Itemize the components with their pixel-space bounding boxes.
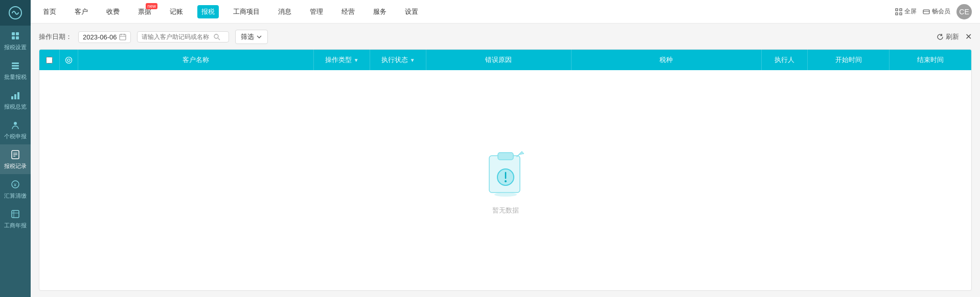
- refresh-icon: [937, 33, 944, 40]
- svg-line-32: [218, 38, 220, 40]
- search-input[interactable]: [142, 33, 213, 40]
- svg-rect-3: [12, 36, 15, 39]
- calendar-icon: [119, 33, 126, 40]
- svg-point-39: [505, 180, 507, 182]
- sidebar-item-label: 批量报税: [4, 73, 27, 81]
- th-start-time: 开始时间: [808, 50, 890, 70]
- batch-tax-icon: [9, 59, 21, 72]
- fullscreen-icon: [895, 8, 902, 15]
- topnav-settings[interactable]: 设置: [401, 5, 422, 18]
- page-body: 操作日期： 2023-06-06 筛选: [31, 24, 980, 297]
- member-button[interactable]: 畅会员: [923, 7, 950, 16]
- filter-button[interactable]: 筛选: [235, 30, 268, 44]
- topnav: 首页 客户 收费 票据 new 记账 报税 工商项目 消息 管理 经营 服务 设…: [31, 0, 980, 24]
- svg-rect-23: [896, 13, 898, 15]
- refresh-label: 刷新: [946, 32, 959, 41]
- th-executor: 执行人: [762, 50, 808, 70]
- svg-rect-7: [12, 68, 19, 69]
- sidebar-item-label: 工商年报: [4, 222, 27, 229]
- sort-op-type-icon: ▼: [354, 57, 359, 63]
- svg-rect-6: [12, 65, 19, 67]
- sidebar-item-label: 汇算清缴: [4, 192, 27, 200]
- topnav-billing[interactable]: 收费: [102, 5, 124, 18]
- th-checkbox[interactable]: [39, 50, 60, 70]
- topnav-services[interactable]: 服务: [369, 5, 391, 18]
- svg-rect-2: [16, 32, 19, 35]
- date-label: 操作日期：: [39, 32, 72, 41]
- topnav-bookkeeping[interactable]: 记账: [166, 5, 187, 18]
- topnav-invoices[interactable]: 票据 new: [134, 5, 155, 18]
- sidebar: 报税设置 批量报税 报税总览 个税申报: [0, 0, 31, 297]
- sidebar-item-tax-settings[interactable]: 报税设置: [0, 26, 31, 55]
- topnav-messages[interactable]: 消息: [274, 5, 295, 18]
- th-op-type[interactable]: 操作类型 ▼: [314, 50, 370, 70]
- empty-state: 暂无数据: [39, 70, 971, 290]
- sort-exec-status-icon: ▼: [410, 57, 415, 63]
- svg-marker-41: [519, 152, 524, 155]
- th-exec-status[interactable]: 执行状态 ▼: [370, 50, 426, 70]
- svg-rect-25: [923, 10, 929, 14]
- table-container: 客户名称 操作类型 ▼ 执行状态 ▼ 错误原因 税种 执行人: [39, 49, 972, 291]
- empty-text: 暂无数据: [492, 206, 519, 215]
- search-icon: [213, 33, 220, 40]
- sidebar-item-tax-records[interactable]: 报税记录: [0, 144, 31, 174]
- close-button[interactable]: ✕: [965, 33, 972, 41]
- th-settings[interactable]: [60, 50, 78, 70]
- tax-settings-icon: [9, 30, 21, 42]
- svg-point-33: [67, 59, 70, 61]
- svg-point-42: [494, 193, 517, 197]
- svg-rect-27: [120, 34, 126, 40]
- sidebar-item-label: 个税申报: [4, 133, 27, 140]
- sidebar-item-label: 报税记录: [4, 162, 27, 170]
- th-end-time: 结束时间: [890, 50, 971, 70]
- sidebar-item-personal-tax[interactable]: 个税申报: [0, 115, 31, 144]
- svg-rect-24: [900, 13, 902, 15]
- refresh-button[interactable]: 刷新: [937, 32, 959, 41]
- sidebar-item-batch-tax[interactable]: 批量报税: [0, 55, 31, 85]
- th-tax-type: 税种: [572, 50, 762, 70]
- th-customer: 客户名称: [78, 50, 314, 70]
- topnav-right: 全屏 畅会员 CE: [895, 4, 972, 19]
- svg-rect-36: [498, 153, 513, 160]
- fullscreen-button[interactable]: 全屏: [895, 7, 917, 16]
- sidebar-item-settlement[interactable]: ¥ 汇算清缴: [0, 174, 31, 204]
- personal-tax-icon: [9, 119, 21, 131]
- svg-point-31: [214, 34, 218, 38]
- fullscreen-label: 全屏: [904, 7, 917, 16]
- svg-rect-18: [12, 210, 19, 218]
- tax-records-icon: [9, 148, 21, 161]
- svg-rect-8: [11, 96, 13, 99]
- topnav-customers[interactable]: 客户: [71, 5, 92, 18]
- topnav-items: 首页 客户 收费 票据 new 记账 报税 工商项目 消息 管理 经营 服务 设…: [39, 5, 895, 18]
- member-label: 畅会员: [932, 7, 950, 16]
- annual-report-icon: [9, 208, 21, 220]
- sidebar-item-label: 报税总览: [4, 103, 27, 111]
- svg-rect-5: [12, 62, 19, 64]
- chevron-down-icon: [256, 34, 262, 40]
- topnav-tax[interactable]: 报税: [197, 5, 219, 18]
- svg-rect-21: [896, 9, 898, 11]
- search-box[interactable]: [137, 31, 229, 43]
- sidebar-item-annual-report[interactable]: 工商年报: [0, 204, 31, 234]
- svg-rect-4: [16, 36, 19, 39]
- topnav-home[interactable]: 首页: [39, 5, 60, 18]
- sidebar-item-label: 报税设置: [4, 44, 27, 51]
- svg-rect-22: [900, 9, 902, 11]
- svg-rect-1: [12, 32, 15, 35]
- svg-point-11: [14, 122, 17, 125]
- new-badge: new: [146, 3, 157, 10]
- sidebar-logo[interactable]: [0, 0, 31, 26]
- topnav-operations[interactable]: 经营: [337, 5, 359, 18]
- select-all-checkbox[interactable]: [46, 57, 53, 63]
- sidebar-item-tax-summary[interactable]: 报税总览: [0, 85, 31, 115]
- topnav-management[interactable]: 管理: [306, 5, 327, 18]
- date-value: 2023-06-06: [83, 33, 117, 41]
- avatar[interactable]: CE: [956, 4, 972, 19]
- topnav-business[interactable]: 工商项目: [229, 5, 264, 18]
- date-picker[interactable]: 2023-06-06: [78, 31, 131, 43]
- svg-text:¥: ¥: [13, 182, 17, 187]
- svg-point-34: [66, 57, 72, 63]
- main-content: 首页 客户 收费 票据 new 记账 报税 工商项目 消息 管理 经营 服务 设…: [31, 0, 980, 297]
- empty-illustration: [480, 145, 531, 202]
- settlement-icon: ¥: [9, 178, 21, 190]
